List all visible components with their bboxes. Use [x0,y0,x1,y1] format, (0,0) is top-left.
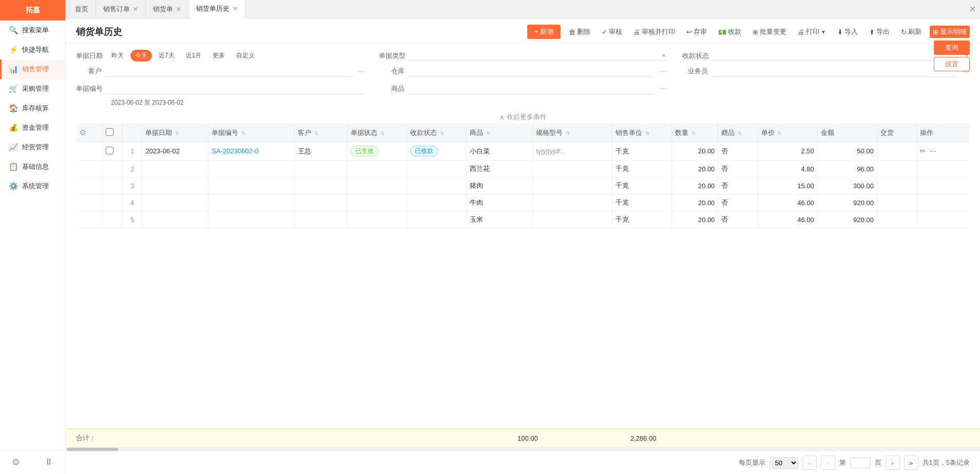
sidebar-item-sys-mgmt[interactable]: ⚙️ 系统管理 [0,176,65,196]
col-pay-status[interactable]: 收款状态 ⇅ [407,124,467,142]
delete-button[interactable]: 🗑 删除 [566,26,593,38]
tab-sales-goods[interactable]: 销货单 ✕ [146,0,189,18]
export-button[interactable]: ⬆ 导出 [866,26,893,38]
customer-more-btn[interactable]: ··· [357,67,363,76]
tab-sales-order[interactable]: 销售订单 ✕ [96,0,146,18]
cell-action [917,194,970,211]
cell-checkbox [103,161,123,177]
audit-button[interactable]: ✓ 审核 [599,26,625,38]
cell-amount: 920.00 [817,194,877,211]
sidebar-settings-btn[interactable]: ⚙ [8,455,24,470]
sidebar-item-label: 搜索菜单 [22,26,49,35]
tab-sales-history-close[interactable]: ✕ [233,5,238,12]
current-page-input[interactable]: 1 [850,458,871,468]
sidebar-item-ops-mgmt[interactable]: 📈 经营管理 [0,137,65,157]
sidebar-item-finance-mgmt[interactable]: 💰 资金管理 [0,118,65,137]
sidebar-item-label: 经营管理 [22,143,49,152]
date-btn-custom[interactable]: 自定义 [232,50,259,62]
new-button[interactable]: + 新增 [527,25,561,39]
cell-action [917,177,970,194]
more-action-btn[interactable]: ⋯ [930,147,936,155]
col-doc-status[interactable]: 单据状态 ⇅ [348,124,407,142]
per-page-label: 每页显示 [739,458,765,467]
salesman-input[interactable] [712,66,957,77]
cell-doc-date: 2023-06-02 [142,142,208,161]
horizontal-scrollbar[interactable] [66,447,980,451]
batch-change-icon: ⊕ [753,28,758,36]
batch-change-button[interactable]: ⊕ 批量变更 [750,26,790,38]
query-button[interactable]: 查询 [934,41,970,55]
tab-sales-goods-close[interactable]: ✕ [176,6,181,13]
customer-label: 客户 [76,67,102,76]
select-all-checkbox[interactable] [106,128,113,136]
doc-status-badge: 已生效 [351,146,378,156]
sidebar-item-base-info[interactable]: 📋 基础信息 [0,157,65,176]
cell-gift: 否 [718,161,758,177]
abandon-button[interactable]: ↩ 弃审 [683,26,710,38]
goods-label: 商品 [379,84,405,93]
col-price[interactable]: 单价 ⇅ [758,124,817,142]
sidebar-item-purchase-mgmt[interactable]: 🛒 采购管理 [0,79,65,98]
sidebar-item-search-menu[interactable]: 🔍 搜索菜单 [0,21,65,40]
gear-icon: ⚙️ [9,182,18,191]
cell-customer: 王总 [295,142,348,161]
tab-sales-history[interactable]: 销货单历史 ✕ [189,0,245,18]
col-qty[interactable]: 数量 ⇅ [672,124,718,142]
cell-settings [76,177,103,194]
import-icon: ⬇ [837,28,843,36]
col-settings[interactable]: ⚙ [76,124,103,142]
cell-settings [76,142,103,161]
doc-no-input[interactable] [107,83,363,94]
customer-input[interactable] [106,66,351,77]
row-checkbox[interactable] [106,147,113,154]
cell-gift: 否 [718,211,758,228]
audit-print-button[interactable]: 🖨 审核并打印 [630,26,678,38]
display-detail-button[interactable]: ⊞ 显示明细 [930,26,970,38]
col-customer[interactable]: 客户 ⇅ [295,124,348,142]
tab-sales-order-close[interactable]: ✕ [133,6,138,13]
scroll-bar-thumb[interactable] [67,448,118,451]
date-btn-7days[interactable]: 近7天 [154,50,179,62]
prev-page-btn[interactable]: ‹ [821,456,835,470]
refresh-button[interactable]: ↻ 刷新 [898,26,925,38]
date-btn-yesterday[interactable]: 昨天 [107,50,128,62]
first-page-btn[interactable]: « [802,456,817,470]
doc-type-select[interactable]: ▼ [410,51,666,61]
last-page-btn[interactable]: » [904,456,918,470]
collapse-bar[interactable]: ∧ 收起更多条件 [66,110,980,124]
warehouse-more-btn[interactable]: ··· [660,67,666,76]
next-page-btn[interactable]: › [886,456,900,470]
cell-qty: 20.00 [672,194,718,211]
col-spec[interactable]: 规格型号 ⇅ [533,124,612,142]
sidebar-item-sales-mgmt[interactable]: 📊 销售管理 [0,60,65,79]
edit-action-btn[interactable]: ✏ [920,147,926,155]
collect-button[interactable]: 💵 收款 [715,26,744,38]
cell-doc-date [142,177,208,194]
goods-input[interactable] [409,83,654,94]
abandon-icon: ↩ [686,28,692,36]
col-sale-unit[interactable]: 销售单位 ⇅ [612,124,672,142]
tab-bar-close-all[interactable]: ✕ [969,4,976,14]
page-title: 销货单历史 [76,26,527,38]
date-btn-today[interactable]: 今天 [130,50,152,62]
date-btn-more[interactable]: 更多 [208,50,229,62]
col-gift[interactable]: 赠品 ⇅ [718,124,758,142]
col-doc-no[interactable]: 单据编号 ⇅ [208,124,295,142]
payment-status-select[interactable]: ▼ [713,51,970,61]
cell-doc-no: SA-20230602-0 [208,142,295,161]
tab-home[interactable]: 首页 [70,0,96,18]
date-btn-1month[interactable]: 近1月 [181,50,206,62]
column-settings-icon[interactable]: ⚙ [79,128,86,137]
sidebar-item-inventory[interactable]: 🏠 库存核算 [0,98,65,118]
col-goods[interactable]: 商品 ⇅ [467,124,533,142]
sidebar-item-quick-nav[interactable]: ⚡ 快捷导航 [0,40,65,60]
warehouse-input[interactable] [409,66,654,77]
col-doc-date[interactable]: 单据日期 ⇅ [142,124,208,142]
goods-more-btn[interactable]: ··· [660,84,666,93]
print-button[interactable]: 🖨 打印 ▼ [795,26,829,38]
settings-button[interactable]: 设置 [934,57,970,71]
import-button[interactable]: ⬇ 导入 [834,26,861,38]
page-size-select[interactable]: 50 100 200 [770,457,798,469]
sidebar-collapse-btn[interactable]: ⏸ [40,455,57,470]
sidebar-item-label: 资金管理 [22,123,49,132]
